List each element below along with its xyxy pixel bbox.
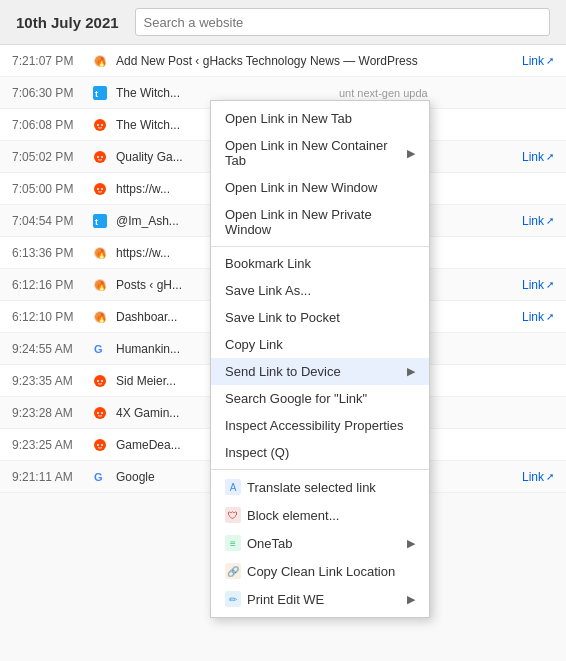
svg-point-30 [101, 444, 103, 446]
menu-item-inspect-accessibility[interactable]: Inspect Accessibility Properties [211, 412, 429, 439]
svg-text:🔥: 🔥 [96, 56, 107, 68]
search-input[interactable] [135, 8, 550, 36]
history-time: 7:04:54 PM [12, 214, 84, 228]
history-time: 6:12:10 PM [12, 310, 84, 324]
history-time: 9:23:35 AM [12, 374, 84, 388]
link-badge[interactable]: Link ➚ [522, 214, 554, 228]
svg-point-12 [101, 188, 103, 190]
menu-item-label-copy-link: Copy Link [225, 337, 415, 352]
history-row[interactable]: 7:21:07 PM🔥Add New Post ‹ gHacks Technol… [0, 45, 566, 77]
menu-item-label-inspect-accessibility: Inspect Accessibility Properties [225, 418, 415, 433]
menu-item-label-inspect: Inspect (Q) [225, 445, 415, 460]
header: 10th July 2021 [0, 0, 566, 45]
svg-point-27 [101, 412, 103, 414]
menu-item-label-open-container-tab: Open Link in New Container Tab [225, 138, 407, 168]
favicon-icon [92, 149, 108, 165]
history-time: 7:05:00 PM [12, 182, 84, 196]
history-time: 9:23:25 AM [12, 438, 84, 452]
svg-point-7 [94, 151, 106, 163]
menu-item-label-open-new-window: Open Link in New Window [225, 180, 415, 195]
menu-separator [211, 469, 429, 470]
menu-item-label-save-to-pocket: Save Link to Pocket [225, 310, 415, 325]
menu-item-open-new-window[interactable]: Open Link in New Window [211, 174, 429, 201]
menu-item-inspect[interactable]: Inspect (Q) [211, 439, 429, 466]
link-badge[interactable]: Link ➚ [522, 278, 554, 292]
block-element-icon: 🛡 [225, 507, 241, 523]
page-title: The Witch... [116, 86, 331, 100]
copy-clean-link-icon: 🔗 [225, 563, 241, 579]
favicon-icon: t [92, 85, 108, 101]
svg-text:🔥: 🔥 [96, 312, 107, 324]
svg-point-26 [97, 412, 99, 414]
menu-item-label-open-new-tab: Open Link in New Tab [225, 111, 415, 126]
svg-text:G: G [94, 343, 103, 355]
favicon-icon [92, 405, 108, 421]
menu-item-label-onetab: OneTab [247, 536, 407, 551]
submenu-arrow-send-link-to-device: ▶ [407, 365, 415, 378]
svg-point-10 [94, 183, 106, 195]
page-title: Add New Post ‹ gHacks Technology News — … [116, 54, 514, 68]
link-badge[interactable]: Link ➚ [522, 310, 554, 324]
menu-item-label-block-element: Block element... [247, 508, 415, 523]
menu-item-label-search-google: Search Google for "Link" [225, 391, 415, 406]
history-time: 7:06:08 PM [12, 118, 84, 132]
history-time: 9:24:55 AM [12, 342, 84, 356]
history-time: 7:06:30 PM [12, 86, 84, 100]
favicon-icon [92, 373, 108, 389]
history-time: 7:05:02 PM [12, 150, 84, 164]
svg-point-23 [97, 380, 99, 382]
favicon-icon: 🔥 [92, 245, 108, 261]
menu-item-label-bookmark-link: Bookmark Link [225, 256, 415, 271]
menu-item-copy-clean-link[interactable]: 🔗Copy Clean Link Location [211, 557, 429, 585]
favicon-icon: G [92, 341, 108, 357]
submenu-arrow-onetab: ▶ [407, 537, 415, 550]
svg-point-11 [97, 188, 99, 190]
menu-item-print-edit-we[interactable]: ✏Print Edit WE▶ [211, 585, 429, 613]
svg-point-5 [97, 124, 99, 126]
svg-point-8 [97, 156, 99, 158]
menu-item-label-copy-clean-link: Copy Clean Link Location [247, 564, 415, 579]
menu-item-label-send-link-to-device: Send Link to Device [225, 364, 407, 379]
svg-point-24 [101, 380, 103, 382]
history-time: 6:13:36 PM [12, 246, 84, 260]
link-badge[interactable]: Link ➚ [522, 470, 554, 484]
svg-text:🔥: 🔥 [96, 248, 107, 260]
favicon-icon: t [92, 213, 108, 229]
menu-item-save-to-pocket[interactable]: Save Link to Pocket [211, 304, 429, 331]
svg-point-29 [97, 444, 99, 446]
svg-point-9 [101, 156, 103, 158]
link-badge[interactable]: Link ➚ [522, 54, 554, 68]
favicon-icon [92, 181, 108, 197]
svg-point-4 [94, 119, 106, 131]
menu-item-translate[interactable]: ATranslate selected link [211, 473, 429, 501]
svg-point-22 [94, 375, 106, 387]
history-time: 9:23:28 AM [12, 406, 84, 420]
svg-point-28 [94, 439, 106, 451]
context-menu: Open Link in New TabOpen Link in New Con… [210, 100, 430, 618]
menu-item-open-private-window[interactable]: Open Link in New Private Window [211, 201, 429, 243]
svg-point-6 [101, 124, 103, 126]
menu-item-block-element[interactable]: 🛡Block element... [211, 501, 429, 529]
submenu-arrow-print-edit-we: ▶ [407, 593, 415, 606]
submenu-arrow-open-container-tab: ▶ [407, 147, 415, 160]
print-edit-we-icon: ✏ [225, 591, 241, 607]
menu-item-save-link-as[interactable]: Save Link As... [211, 277, 429, 304]
menu-item-bookmark-link[interactable]: Bookmark Link [211, 250, 429, 277]
menu-item-label-open-private-window: Open Link in New Private Window [225, 207, 415, 237]
menu-item-open-new-tab[interactable]: Open Link in New Tab [211, 105, 429, 132]
favicon-icon: 🔥 [92, 309, 108, 325]
menu-item-search-google[interactable]: Search Google for "Link" [211, 385, 429, 412]
history-date: 10th July 2021 [16, 14, 119, 31]
menu-separator [211, 246, 429, 247]
link-badge[interactable]: Link ➚ [522, 150, 554, 164]
favicon-icon: G [92, 469, 108, 485]
favicon-icon: 🔥 [92, 277, 108, 293]
menu-item-open-container-tab[interactable]: Open Link in New Container Tab▶ [211, 132, 429, 174]
history-time: 7:21:07 PM [12, 54, 84, 68]
menu-item-onetab[interactable]: ≡OneTab▶ [211, 529, 429, 557]
menu-item-send-link-to-device[interactable]: Send Link to Device▶ [211, 358, 429, 385]
svg-text:🔥: 🔥 [96, 280, 107, 292]
svg-text:G: G [94, 471, 103, 483]
favicon-icon [92, 437, 108, 453]
menu-item-copy-link[interactable]: Copy Link [211, 331, 429, 358]
